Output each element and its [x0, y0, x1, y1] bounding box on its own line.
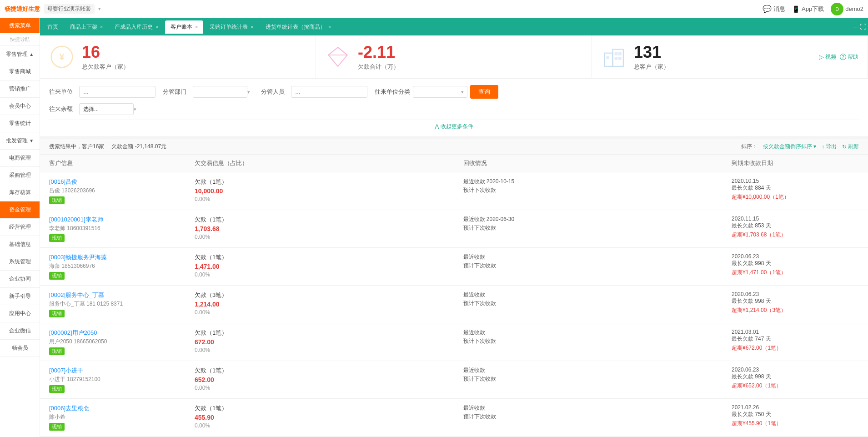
video-btn[interactable]: ▷ 视频 — [819, 53, 836, 61]
message-label: 消息 — [773, 5, 785, 13]
help-btn[interactable]: ? 帮助 — [840, 53, 858, 61]
customer-sub-qu: 陈小希 — [49, 413, 195, 421]
customer-name-0016[interactable]: [0016]吕俊 — [49, 178, 195, 186]
next-collect-0016: 预计下次收款 — [463, 186, 732, 194]
balance-select[interactable]: 选择... — [79, 103, 134, 115]
debt-count-li: 欠款（1笔） — [195, 216, 463, 224]
due-date-text-li: 2020.11.15 — [732, 216, 859, 222]
sidebar-item-business[interactable]: 经营管理 — [0, 219, 40, 236]
refresh-btn[interactable]: ↻ 刷新 — [842, 143, 859, 151]
app-download-label: App下载 — [802, 5, 824, 13]
tab-goods-status[interactable]: 商品上下架 × — [65, 20, 108, 34]
results-debt-total: 欠款金额 -21,148.07元 — [111, 143, 166, 151]
tab-home[interactable]: 首页 — [42, 20, 64, 34]
tab-product-history[interactable]: 产成品入库历史 × — [109, 20, 164, 34]
col-due-date: 到期未收款日期 — [732, 159, 859, 167]
next-collect-yonghu: 预计下次收款 — [463, 337, 732, 345]
debt-percent-ding: 0.00% — [195, 309, 463, 316]
tab-incoming-stats[interactable]: 进货单统计表（按商品） × — [260, 20, 336, 34]
debt-percent-yin: 0.00% — [195, 271, 463, 278]
app-download-btn[interactable]: 📱 App下载 — [792, 5, 824, 13]
category-select-wrapper — [413, 86, 467, 98]
sidebar-item-retail-mall[interactable]: 零售商城 — [0, 63, 40, 80]
customer-name-ding[interactable]: [0002]服务中心_丁墓 — [49, 291, 195, 299]
sidebar-item-corp[interactable]: 企业协同 — [0, 271, 40, 288]
due-date-text-xiao: 2020.06.23 — [732, 367, 859, 373]
collapse-bar[interactable]: ⋀ 收起更多条件 — [49, 120, 859, 133]
debt-count-qu: 欠款（1笔） — [195, 404, 463, 412]
payback-xiao: 最近收款 预计下次收款 — [463, 367, 732, 383]
overdue-days-xiao: 最长欠款 998 天 — [732, 373, 859, 381]
sidebar-item-inventory[interactable]: 库存核算 — [0, 184, 40, 201]
category-select[interactable] — [413, 86, 467, 98]
customer-name-yin[interactable]: [0003]畅捷服务尹海藻 — [49, 253, 195, 261]
customer-name-li[interactable]: [0001020001]李老师 — [49, 216, 195, 224]
svg-rect-10 — [618, 57, 622, 60]
tab-customer-account[interactable]: 客户账本 × — [165, 20, 203, 34]
sort-label: 排序： — [741, 143, 758, 151]
store-name[interactable]: 母婴行业演示账套 — [44, 4, 95, 14]
customer-name-qu[interactable]: [0006]去里粮仓 — [49, 404, 195, 412]
avatar: D — [831, 3, 843, 15]
total-customers-value: 131 — [634, 43, 669, 62]
message-btn[interactable]: 💬 消息 — [763, 5, 785, 13]
overdue-amount-ding[interactable]: 超期¥1,214.00（3笔） — [732, 306, 859, 314]
overdue-amount-li[interactable]: 超期¥1,703.68（1笔） — [732, 231, 859, 239]
app-body: 搜索菜单 快捷导航 零售管理 ▲ 零售商城 营销推广 会员中心 零售统计 批发管… — [0, 18, 868, 437]
tab-maximize-icon[interactable]: ⛶ — [860, 23, 866, 30]
debt-amount-xiao: 652.00 — [195, 376, 463, 383]
overdue-amount-qu[interactable]: 超期¥455.90（1笔） — [732, 420, 859, 427]
sidebar-item-retail-mgmt[interactable]: 零售管理 ▲ — [0, 46, 40, 63]
sidebar-item-batch-mgmt[interactable]: 批发管理 ▼ — [0, 132, 40, 150]
col-payback: 回收情况 — [463, 159, 732, 167]
overdue-days-ding: 最长欠款 998 天 — [732, 297, 859, 305]
sidebar-item-vip[interactable]: 畅会员 — [0, 340, 40, 357]
sidebar-item-basic-info[interactable]: 基础信息 — [0, 236, 40, 253]
sidebar-item-member[interactable]: 会员中心 — [0, 98, 40, 115]
sidebar-item-system[interactable]: 系统管理 — [0, 253, 40, 271]
customer-name-yonghu[interactable]: [000002]用户2050 — [49, 329, 195, 337]
tab-incoming-stats-close[interactable]: × — [328, 24, 331, 30]
video-label: 视频 — [825, 53, 836, 61]
sidebar-item-purchase[interactable]: 采购管理 — [0, 167, 40, 184]
dept-select[interactable] — [193, 86, 247, 98]
sidebar-item-retail-stats[interactable]: 零售统计 — [0, 115, 40, 132]
header-left: 畅捷通好生意 母婴行业演示账套 ▾ — [5, 4, 101, 14]
user-menu[interactable]: D demo2 — [831, 3, 863, 15]
filter-panel: 往来单位 分管部门 分管人员 — [40, 79, 868, 136]
sidebar-item-wechat[interactable]: 企业微信 — [0, 322, 40, 340]
sort-select[interactable]: 按欠款金额倒序排序 ▾ — [763, 143, 816, 151]
sidebar-item-finance[interactable]: 资金管理 — [0, 201, 40, 219]
tab-minimize-icon[interactable]: ─ — [853, 23, 858, 30]
sidebar-search[interactable]: 搜索菜单 — [0, 18, 40, 33]
store-arrow-icon[interactable]: ▾ — [98, 6, 101, 12]
tab-goods-status-close[interactable]: × — [100, 24, 103, 30]
debt-amount-yin: 1,471.00 — [195, 263, 463, 270]
table-row: [0002]服务中心_丁墓 服务中心_丁墓 181 0125 8371 现销 欠… — [40, 286, 868, 323]
refresh-icon: ↻ — [842, 144, 847, 150]
supplier-input[interactable] — [79, 86, 156, 98]
customer-name-xiao[interactable]: [0007]小进干 — [49, 367, 195, 375]
due-date-li: 2020.11.15 最长欠款 853 天 超期¥1,703.68（1笔） — [732, 216, 859, 239]
sidebar-item-newbie[interactable]: 新手引导 — [0, 288, 40, 305]
payback-ding: 最近收款 预计下次收款 — [463, 291, 732, 307]
help-icon: ? — [840, 54, 846, 60]
sidebar-item-ecommerce[interactable]: 电商管理 — [0, 150, 40, 167]
overdue-amount-xiao[interactable]: 超期¥652.00（1笔） — [732, 382, 859, 390]
tab-purchase-stats[interactable]: 采购订单统计表 × — [204, 20, 259, 34]
overdue-amount-yin[interactable]: 超期¥1,471.00（1笔） — [732, 269, 859, 276]
customer-sub-ding: 服务中心_丁墓 181 0125 8371 — [49, 300, 195, 308]
person-input[interactable] — [291, 86, 367, 98]
export-btn[interactable]: ↑ 导出 — [822, 143, 837, 151]
tab-product-history-close[interactable]: × — [156, 24, 158, 30]
search-button[interactable]: 查询 — [470, 85, 498, 99]
tab-customer-account-close[interactable]: × — [195, 24, 198, 30]
overdue-amount-0016[interactable]: 超期¥10,000.00（1笔） — [732, 193, 859, 201]
sidebar-item-marketing[interactable]: 营销推广 — [0, 80, 40, 98]
debt-info-yin: 欠款（1笔） 1,471.00 0.00% — [195, 253, 463, 278]
tab-purchase-stats-close[interactable]: × — [251, 24, 253, 30]
payback-0016: 最近收款 2020-10-15 预计下次收款 — [463, 178, 732, 194]
sidebar-item-app-center[interactable]: 应用中心 — [0, 305, 40, 322]
overdue-amount-yonghu[interactable]: 超期¥672.00（1笔） — [732, 344, 859, 352]
overdue-amount-label: 欠款合计（万） — [358, 63, 399, 71]
